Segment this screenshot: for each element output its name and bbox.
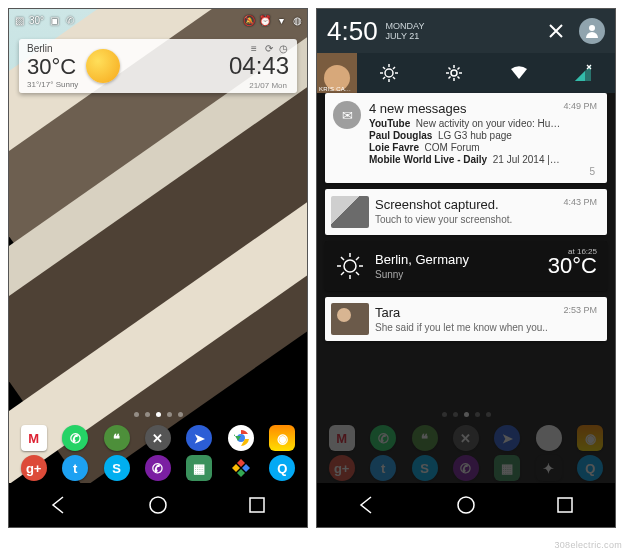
navigation-bar <box>9 483 307 527</box>
weather-clock-widget[interactable]: Berlin 30°C 31°/17° Sunny 04:43 ≡ ⟳ ◷ 21… <box>19 39 297 93</box>
0[interactable]: t <box>370 455 396 481</box>
search-app-icon[interactable]: Q <box>577 455 603 481</box>
app-dock: M g+ ✆ t ❝ S ✕ ✆ ➤ ▦ <box>9 425 307 481</box>
recents-button[interactable] <box>245 493 269 517</box>
folder-icon[interactable]: ▦ <box>494 455 520 481</box>
refresh-icon[interactable]: ⟳ <box>265 43 275 53</box>
brightness-toggle[interactable] <box>379 63 399 83</box>
svg-point-2 <box>150 497 166 513</box>
navigation-bar <box>317 483 615 527</box>
battery-icon: ◍ <box>291 14 303 26</box>
back-button[interactable] <box>47 493 71 517</box>
svg-line-13 <box>383 77 385 79</box>
notif-time: 2:53 PM <box>563 305 597 315</box>
settings-toggle[interactable] <box>444 63 464 83</box>
notification-weather[interactable]: Berlin, Germany Sunny at 16:25 30°C <box>325 241 607 291</box>
watermark: 308electric.com <box>554 540 622 550</box>
gmail-icon: ✉ <box>333 101 361 129</box>
profile-name: KRIS CA... <box>319 86 351 92</box>
widget-temp: 30°C <box>27 54 78 80</box>
shade-header: 4:50 MONDAYJULY 21 KRIS CA... <box>317 9 615 93</box>
user-avatar-button[interactable] <box>579 18 605 44</box>
camera-app-icon[interactable]: ◉ <box>269 425 295 451</box>
widget-city: Berlin <box>27 43 78 54</box>
status-bar: ▧ 30° ▣ ✆ 🔕 ⏰ ▾ ◍ <box>9 9 307 31</box>
image-icon: ▧ <box>13 14 25 26</box>
svg-line-10 <box>383 67 385 69</box>
browser-app-icon[interactable]: ➤ <box>494 425 520 451</box>
viber-app-icon[interactable]: ✆ <box>145 455 171 481</box>
folder-icon[interactable]: ▦ <box>186 455 212 481</box>
app-drawer-button[interactable]: ✕ <box>145 425 171 451</box>
shade-time: 4:50 <box>327 16 378 47</box>
viber-app-icon[interactable]: ✆ <box>453 455 479 481</box>
svg-line-22 <box>356 257 359 260</box>
notification-screenshot[interactable]: Screenshot captured. Touch to view your … <box>325 189 607 235</box>
svg-line-21 <box>356 272 359 275</box>
svg-line-12 <box>393 67 395 69</box>
weather-location: Berlin, Germany <box>375 252 469 267</box>
screenshot-icon: ▣ <box>48 14 60 26</box>
close-icon[interactable] <box>545 20 567 42</box>
search-app-icon[interactable]: Q <box>269 455 295 481</box>
status-temp: 30° <box>29 15 44 26</box>
browser-app-icon[interactable]: ➤ <box>186 425 212 451</box>
notif-time: 4:49 PM <box>563 101 597 111</box>
app-dock: Mg+ ✆t ❝S ✕✆ ➤▦ ◉✦ ◉Q <box>317 425 615 481</box>
twitter-app-icon[interactable]: t <box>62 455 88 481</box>
screenshot-thumbnail <box>331 196 369 228</box>
weather-temp: 30°C <box>548 253 597 279</box>
svg-line-20 <box>341 257 344 260</box>
notif-time: 4:43 PM <box>563 197 597 207</box>
chrome-app-icon[interactable] <box>228 425 254 451</box>
signal-toggle[interactable] <box>573 63 593 83</box>
home-button[interactable] <box>454 493 478 517</box>
whatsapp-app-icon[interactable]: ✆ <box>370 425 396 451</box>
notification-message[interactable]: Tara She said if you let me know when yo… <box>325 297 607 341</box>
svg-point-24 <box>458 497 474 513</box>
svg-line-23 <box>341 272 344 275</box>
widget-hilo: 31°/17° Sunny <box>27 80 78 89</box>
hangouts-app-icon[interactable]: ❝ <box>412 425 438 451</box>
svg-point-4 <box>589 25 595 31</box>
menu-icon[interactable]: ≡ <box>251 43 261 53</box>
svg-point-5 <box>385 69 393 77</box>
clock-icon[interactable]: ◷ <box>279 43 289 53</box>
skype-app-icon[interactable]: S <box>104 455 130 481</box>
google-plus-app-icon[interactable]: g+ <box>329 455 355 481</box>
whatsapp-app-icon[interactable]: ✆ <box>62 425 88 451</box>
widget-date: 21/07 Mon <box>249 81 287 90</box>
gmail-app-icon[interactable]: M <box>329 425 355 451</box>
page-indicator <box>9 412 307 417</box>
home-button[interactable] <box>146 493 170 517</box>
alarm-icon: ⏰ <box>259 14 271 26</box>
sun-icon <box>86 49 120 83</box>
svg-rect-25 <box>558 498 572 512</box>
page-indicator <box>317 412 615 417</box>
contact-thumbnail <box>331 303 369 335</box>
photos-app-icon[interactable]: ✦ <box>536 455 562 481</box>
camera-app-icon[interactable]: ◉ <box>577 425 603 451</box>
notification-list: ✉ 4 new messages 4:49 PM YouTube New act… <box>325 93 607 341</box>
back-button[interactable] <box>355 493 379 517</box>
recents-button[interactable] <box>553 493 577 517</box>
app-drawer-button[interactable]: ✕ <box>453 425 479 451</box>
shade-date: MONDAYJULY 21 <box>386 21 425 41</box>
chrome-app-icon[interactable]: ◉ <box>536 425 562 451</box>
skype-app-icon[interactable]: S <box>412 455 438 481</box>
phone-notification-shade: 4:50 MONDAYJULY 21 KRIS CA... <box>316 8 616 528</box>
phone-home-screen: ▧ 30° ▣ ✆ 🔕 ⏰ ▾ ◍ Berlin 30°C 31°/17° Su… <box>8 8 308 528</box>
msg-text: She said if you let me know when you.. <box>375 322 597 333</box>
notif-sub: Touch to view your screenshot. <box>375 214 597 225</box>
google-plus-app-icon[interactable]: g+ <box>21 455 47 481</box>
weather-cond: Sunny <box>375 269 469 280</box>
photos-app-icon[interactable] <box>228 455 254 481</box>
wifi-toggle[interactable] <box>508 63 528 83</box>
hangouts-app-icon[interactable]: ❝ <box>104 425 130 451</box>
weather-at: at 16:25 <box>568 247 597 256</box>
svg-point-15 <box>344 260 356 272</box>
profile-avatar[interactable]: KRIS CA... <box>317 53 357 93</box>
wifi-icon: ▾ <box>275 14 287 26</box>
notification-gmail[interactable]: ✉ 4 new messages 4:49 PM YouTube New act… <box>325 93 607 183</box>
gmail-app-icon[interactable]: M <box>21 425 47 451</box>
